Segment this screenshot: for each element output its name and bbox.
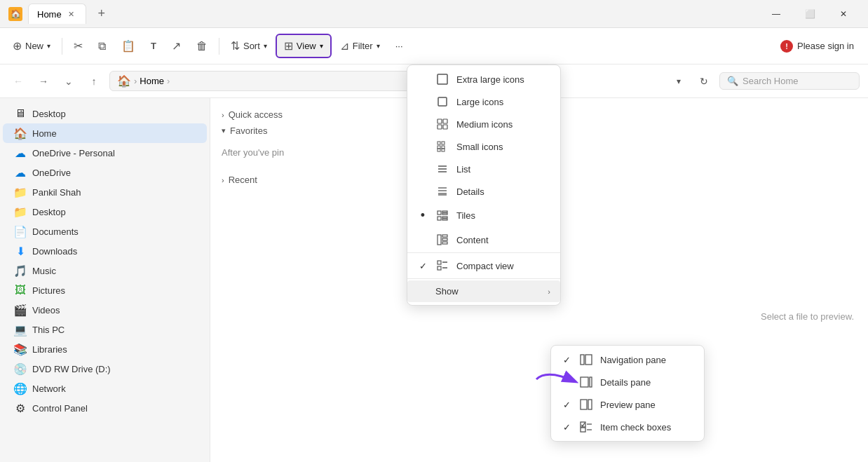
extra-large-icon <box>435 74 449 85</box>
tab-close-button[interactable]: ✕ <box>66 8 77 20</box>
menu-item-compact-view[interactable]: ✓ Compact view <box>407 254 560 277</box>
compact-view-check: ✓ <box>417 261 428 271</box>
share-button[interactable]: ↗ <box>165 35 188 57</box>
svg-rect-25 <box>438 235 441 245</box>
svg-rect-21 <box>442 213 447 215</box>
quick-access-label: Quick access <box>229 109 283 120</box>
more-button[interactable]: ··· <box>388 36 410 55</box>
view-dropdown-menu: Extra large icons Large icons Medium ico… <box>407 64 561 306</box>
details-label: Details <box>456 186 484 197</box>
breadcrumb-separator: › <box>134 76 137 86</box>
rename-icon: T <box>151 41 156 51</box>
sidebar-item-desktop[interactable]: 📁 Desktop <box>3 202 207 222</box>
sidebar-item-downloads[interactable]: ⬇ Downloads <box>3 241 207 261</box>
view-button[interactable]: ⊞ View ▾ <box>276 34 332 58</box>
svg-rect-9 <box>442 146 445 149</box>
preview-hint: Select a file to preview. <box>761 311 854 322</box>
sidebar-item-thispc[interactable]: 💻 This PC <box>3 320 207 339</box>
view-label: View <box>297 41 316 51</box>
navigation-pane-label: Navigation pane <box>600 355 666 365</box>
minimize-button[interactable]: — <box>760 4 792 25</box>
sort-button[interactable]: ⇅ Sort ▾ <box>224 35 274 57</box>
new-button[interactable]: ⊕ New ▾ <box>6 35 57 57</box>
sidebar-item-controlpanel[interactable]: ⚙ Control Panel <box>3 398 207 418</box>
address-dropdown-button[interactable]: ▾ <box>669 72 689 91</box>
favorites-label: Favorites <box>230 125 267 136</box>
home-sidebar-icon: 🏠 <box>14 127 27 140</box>
new-label: New <box>25 41 43 51</box>
svg-rect-26 <box>442 235 447 237</box>
rename-button[interactable]: T <box>144 36 163 55</box>
sidebar-label-network: Network <box>32 383 66 394</box>
recent-locations-button[interactable]: ⌄ <box>59 72 79 91</box>
preview-pane-icon <box>579 399 593 410</box>
menu-item-list[interactable]: List <box>407 158 560 180</box>
sidebar-item-videos[interactable]: 🎬 Videos <box>3 300 207 320</box>
sidebar-label-libraries: Libraries <box>32 344 67 355</box>
more-icon: ··· <box>395 41 403 51</box>
sort-label: Sort <box>243 41 260 51</box>
menu-item-small-icons[interactable]: Small icons <box>407 135 560 158</box>
search-icon: 🔍 <box>727 76 738 86</box>
new-tab-button[interactable]: + <box>92 4 111 24</box>
menu-item-extra-large-icons[interactable]: Extra large icons <box>407 68 560 90</box>
thispc-icon: 💻 <box>14 323 27 336</box>
sidebar-item-documents[interactable]: 📄 Documents <box>3 222 207 241</box>
sidebar-item-home[interactable]: 🏠 Home <box>3 123 207 143</box>
forward-button[interactable]: → <box>34 72 53 91</box>
compact-view-label: Compact view <box>456 261 514 271</box>
search-box[interactable]: 🔍 Search Home <box>719 72 860 90</box>
menu-item-details[interactable]: Details <box>407 180 560 203</box>
tiles-icon <box>435 210 449 222</box>
sidebar-item-music[interactable]: 🎵 Music <box>3 261 207 280</box>
sign-in-button[interactable]: ! Please sign in <box>772 36 862 57</box>
filter-button[interactable]: ⊿ Filter ▾ <box>333 35 387 57</box>
refresh-button[interactable]: ↻ <box>694 72 714 91</box>
svg-rect-29 <box>438 261 441 264</box>
menu-item-show[interactable]: Show › <box>407 280 560 302</box>
sidebar-item-pictures[interactable]: 🖼 Pictures <box>3 280 207 300</box>
svg-rect-2 <box>438 119 442 123</box>
sidebar-item-dvd[interactable]: 💿 DVD RW Drive (D:) <box>3 359 207 379</box>
back-button[interactable]: ← <box>8 72 28 91</box>
music-icon: 🎵 <box>14 264 27 277</box>
sidebar-item-onedrive-personal[interactable]: ☁ OneDrive - Personal <box>3 143 207 163</box>
toolbar-separator-2 <box>219 38 219 55</box>
svg-rect-7 <box>442 142 445 144</box>
up-button[interactable]: ↑ <box>84 72 104 91</box>
sidebar-label-home: Home <box>32 128 57 139</box>
cut-button[interactable]: ✂ <box>67 35 90 57</box>
copy-button[interactable]: ⧉ <box>91 36 113 57</box>
sidebar-label-documents: Documents <box>32 226 79 237</box>
sidebar-label-onedrive: OneDrive <box>32 168 71 178</box>
menu-item-content[interactable]: Content <box>407 229 560 251</box>
submenu-item-check-boxes[interactable]: ✓ Item check boxes <box>551 416 704 438</box>
view-icon: ⊞ <box>284 39 293 53</box>
delete-button[interactable]: 🗑 <box>189 36 215 57</box>
menu-item-tiles[interactable]: • Tiles <box>407 203 560 229</box>
sidebar-item-pankil[interactable]: 📁 Pankil Shah <box>3 182 207 202</box>
videos-icon: 🎬 <box>14 304 27 316</box>
sidebar-label-thispc: This PC <box>32 325 65 335</box>
paste-button[interactable]: 📋 <box>114 35 142 57</box>
sidebar-label-pankil: Pankil Shah <box>32 187 81 198</box>
sidebar-item-desktop-top[interactable]: 🖥 Desktop <box>3 104 207 123</box>
sidebar-item-libraries[interactable]: 📚 Libraries <box>3 339 207 359</box>
libraries-icon: 📚 <box>14 343 27 355</box>
svg-rect-24 <box>442 219 447 220</box>
close-button[interactable]: ✕ <box>827 4 860 25</box>
maximize-button[interactable]: ⬜ <box>794 4 826 25</box>
tab-home[interactable]: Home ✕ <box>28 4 86 24</box>
downloads-icon: ⬇ <box>14 245 27 257</box>
sidebar-item-network[interactable]: 🌐 Network <box>3 379 207 398</box>
sidebar-item-onedrive[interactable]: ☁ OneDrive <box>3 163 207 182</box>
small-label: Small icons <box>456 142 503 152</box>
sidebar-label-pictures: Pictures <box>32 285 65 296</box>
menu-item-medium-icons[interactable]: Medium icons <box>407 113 560 135</box>
menu-item-large-icons[interactable]: Large icons <box>407 90 560 113</box>
favorites-chevron: ▾ <box>222 126 226 135</box>
share-icon: ↗ <box>172 39 181 53</box>
paste-icon: 📋 <box>121 39 135 53</box>
new-icon: ⊕ <box>13 39 22 53</box>
svg-rect-40 <box>581 428 585 432</box>
